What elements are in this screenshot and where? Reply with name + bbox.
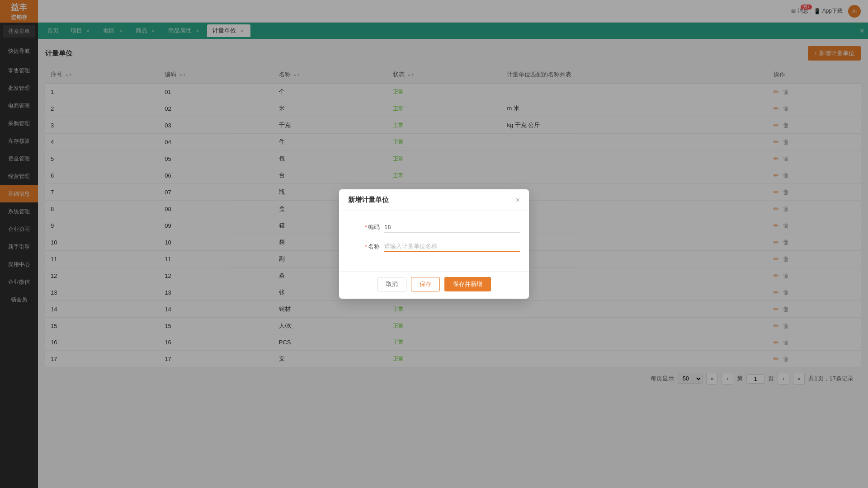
modal-footer: 取消 保存 保存并新增 <box>339 271 529 299</box>
save-and-new-button[interactable]: 保存并新增 <box>444 277 491 291</box>
modal-title: 新增计量单位 <box>348 196 389 204</box>
modal-overlay: 新增计量单位 × *编码 *名称 取消 保存 保存并新增 <box>0 0 868 488</box>
modal-close-button[interactable]: × <box>516 196 520 204</box>
modal-body: *编码 *名称 <box>339 211 529 271</box>
save-button[interactable]: 保存 <box>411 277 440 291</box>
cancel-button[interactable]: 取消 <box>377 277 406 291</box>
name-label: *名称 <box>348 243 380 251</box>
code-field-row: *编码 <box>348 222 520 233</box>
name-input[interactable] <box>384 241 520 252</box>
name-field-row: *名称 <box>348 241 520 252</box>
code-label: *编码 <box>348 223 380 231</box>
add-unit-modal: 新增计量单位 × *编码 *名称 取消 保存 保存并新增 <box>339 189 529 299</box>
modal-header: 新增计量单位 × <box>339 189 529 211</box>
code-input[interactable] <box>384 222 520 233</box>
